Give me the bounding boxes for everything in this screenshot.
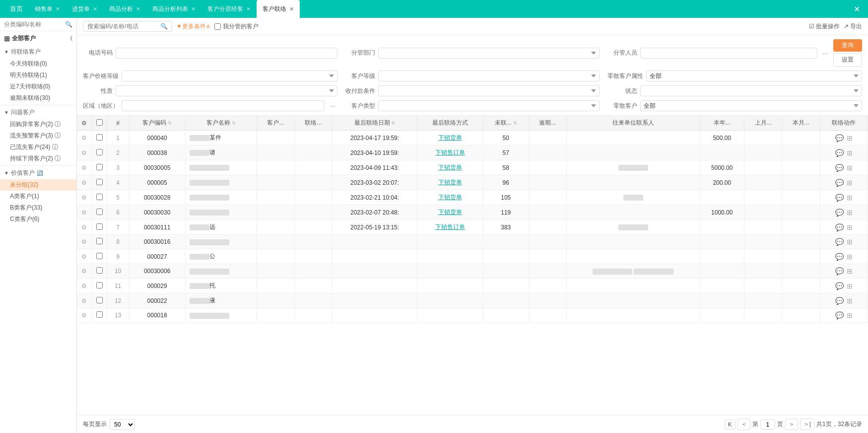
td-checkbox[interactable] bbox=[92, 293, 107, 308]
method-link[interactable]: 下销售订单 bbox=[435, 223, 465, 230]
th-code[interactable]: 客户编码 bbox=[129, 116, 185, 131]
filter-search-input[interactable] bbox=[87, 23, 160, 30]
td-settings[interactable]: ⚙ bbox=[77, 308, 92, 323]
price-level-select[interactable] bbox=[122, 71, 337, 81]
reset-button[interactable]: 设置 bbox=[833, 53, 862, 67]
tab-purchase[interactable]: 进货单 ✕ bbox=[66, 0, 103, 18]
chat-icon[interactable]: 💬 bbox=[835, 311, 844, 319]
last-page-btn[interactable]: ＞| bbox=[800, 419, 814, 430]
batch-ops-button[interactable]: ☑ 批量操作 bbox=[809, 22, 840, 31]
first-page-btn[interactable]: K bbox=[725, 420, 735, 430]
sidebar-search-icon[interactable]: 🔍 bbox=[65, 21, 72, 28]
td-settings[interactable]: ⚙ bbox=[77, 249, 92, 264]
grid-action-icon[interactable]: ⊞ bbox=[847, 297, 853, 305]
td-settings[interactable]: ⚙ bbox=[77, 235, 92, 249]
prev-page-btn[interactable]: ＜ bbox=[737, 419, 750, 430]
filter-search-icon[interactable]: 🔍 bbox=[160, 23, 168, 30]
dept-select[interactable] bbox=[378, 48, 600, 59]
manager-dots[interactable]: ··· bbox=[820, 49, 830, 57]
query-button[interactable]: 查询 bbox=[833, 39, 862, 52]
td-checkbox[interactable] bbox=[92, 279, 107, 293]
sidebar-item-today[interactable]: 今天待联络(0) bbox=[0, 58, 76, 70]
td-checkbox[interactable] bbox=[92, 235, 107, 249]
tab-sales[interactable]: 销售单 ✕ bbox=[29, 0, 66, 18]
td-settings[interactable]: ⚙ bbox=[77, 293, 92, 308]
close-segment-tab[interactable]: ✕ bbox=[246, 6, 251, 12]
td-last-method[interactable]: 下销售订单 bbox=[417, 145, 483, 160]
grid-action-icon[interactable]: ⊞ bbox=[847, 134, 853, 142]
th-checkbox[interactable] bbox=[92, 116, 107, 131]
chat-icon[interactable]: 💬 bbox=[835, 267, 844, 275]
td-last-method[interactable]: 下销货单 bbox=[417, 175, 483, 190]
sidebar-item-a-class[interactable]: A类客户(1) bbox=[0, 191, 76, 202]
sidebar-item-abnormal[interactable]: 回购异常客户(2) ⓘ bbox=[0, 119, 76, 130]
sidebar-search-input[interactable] bbox=[4, 21, 63, 28]
td-last-method[interactable]: 下销货单 bbox=[417, 205, 483, 220]
select-all-checkbox[interactable] bbox=[96, 119, 103, 126]
sidebar-item-unclassified[interactable]: 未分组(32) bbox=[0, 179, 76, 191]
grid-action-icon[interactable]: ⊞ bbox=[847, 282, 853, 290]
chat-icon[interactable]: 💬 bbox=[835, 282, 844, 290]
chat-icon[interactable]: 💬 bbox=[835, 223, 844, 231]
close-product-list-tab[interactable]: ✕ bbox=[191, 6, 196, 12]
grid-action-icon[interactable]: ⊞ bbox=[847, 253, 853, 261]
grid-action-icon[interactable]: ⊞ bbox=[847, 179, 853, 187]
td-settings[interactable]: ⚙ bbox=[77, 205, 92, 220]
td-checkbox[interactable] bbox=[92, 308, 107, 323]
grid-action-icon[interactable]: ⊞ bbox=[847, 149, 853, 157]
close-global-btn[interactable]: ✕ bbox=[850, 4, 864, 14]
tab-product-analysis-list[interactable]: 商品分析列表 ✕ bbox=[146, 0, 201, 18]
td-settings[interactable]: ⚙ bbox=[77, 279, 92, 293]
grid-action-icon[interactable]: ⊞ bbox=[847, 209, 853, 216]
td-last-method[interactable]: 下销售订单 bbox=[417, 220, 483, 235]
region-input[interactable] bbox=[122, 100, 325, 111]
sidebar-item-churn[interactable]: 流失预警客户(3) ⓘ bbox=[0, 130, 76, 142]
sidebar-item-decline[interactable]: 持续下滑客户(2) ⓘ bbox=[0, 153, 76, 164]
next-page-btn[interactable]: ＞ bbox=[785, 419, 798, 430]
page-number-input[interactable] bbox=[760, 420, 775, 430]
grid-action-icon[interactable]: ⊞ bbox=[847, 238, 853, 246]
td-checkbox[interactable] bbox=[92, 220, 107, 235]
manager-input[interactable] bbox=[640, 48, 817, 59]
td-checkbox[interactable] bbox=[92, 249, 107, 264]
grid-action-icon[interactable]: ⊞ bbox=[847, 267, 853, 275]
td-last-method[interactable]: 下销货单 bbox=[417, 190, 483, 205]
close-sales-tab[interactable]: ✕ bbox=[56, 6, 60, 12]
td-settings[interactable]: ⚙ bbox=[77, 264, 92, 279]
th-name[interactable]: 客户名称 bbox=[185, 116, 257, 131]
th-settings[interactable]: ⚙ bbox=[77, 116, 92, 131]
tab-product-analysis[interactable]: 商品分析 ✕ bbox=[103, 0, 146, 18]
phone-input[interactable] bbox=[116, 48, 337, 59]
chat-icon[interactable]: 💬 bbox=[835, 253, 844, 261]
th-uncontacted[interactable]: 未联... bbox=[483, 116, 529, 131]
td-settings[interactable]: ⚙ bbox=[77, 190, 92, 205]
td-settings[interactable]: ⚙ bbox=[77, 160, 92, 175]
my-customers-check[interactable] bbox=[214, 23, 221, 30]
method-link[interactable]: 下销售订单 bbox=[435, 149, 465, 156]
chat-icon[interactable]: 💬 bbox=[835, 194, 844, 202]
nature-select[interactable] bbox=[116, 85, 337, 96]
sidebar-search-box[interactable]: 🔍 bbox=[0, 18, 76, 31]
td-checkbox[interactable] bbox=[92, 190, 107, 205]
td-last-method[interactable]: 下销货单 bbox=[417, 131, 483, 145]
close-purchase-tab[interactable]: ✕ bbox=[93, 6, 97, 12]
tab-home[interactable]: 首页 bbox=[4, 0, 29, 18]
chat-icon[interactable]: 💬 bbox=[835, 179, 844, 187]
region-dots[interactable]: ··· bbox=[328, 102, 337, 110]
tab-customer-segment[interactable]: 客户分层经客 ✕ bbox=[201, 0, 257, 18]
chat-icon[interactable]: 💬 bbox=[835, 209, 844, 216]
my-customers-checkbox[interactable]: 我分管的客户 bbox=[214, 22, 259, 31]
td-settings[interactable]: ⚙ bbox=[77, 175, 92, 190]
retail-select[interactable]: 全部 bbox=[640, 100, 862, 111]
chat-icon[interactable]: 💬 bbox=[835, 149, 844, 157]
customer-type-select[interactable] bbox=[378, 100, 600, 111]
th-last-date[interactable]: 最后联络日期 bbox=[332, 116, 417, 131]
td-checkbox[interactable] bbox=[92, 264, 107, 279]
grid-action-icon[interactable]: ⊞ bbox=[847, 311, 853, 319]
export-button[interactable]: ↗ 导出 bbox=[844, 22, 862, 31]
grid-action-icon[interactable]: ⊞ bbox=[847, 164, 853, 172]
td-settings[interactable]: ⚙ bbox=[77, 131, 92, 145]
method-link[interactable]: 下销货单 bbox=[438, 164, 462, 171]
method-link[interactable]: 下销货单 bbox=[438, 209, 462, 216]
close-product-analysis-tab[interactable]: ✕ bbox=[136, 6, 140, 12]
